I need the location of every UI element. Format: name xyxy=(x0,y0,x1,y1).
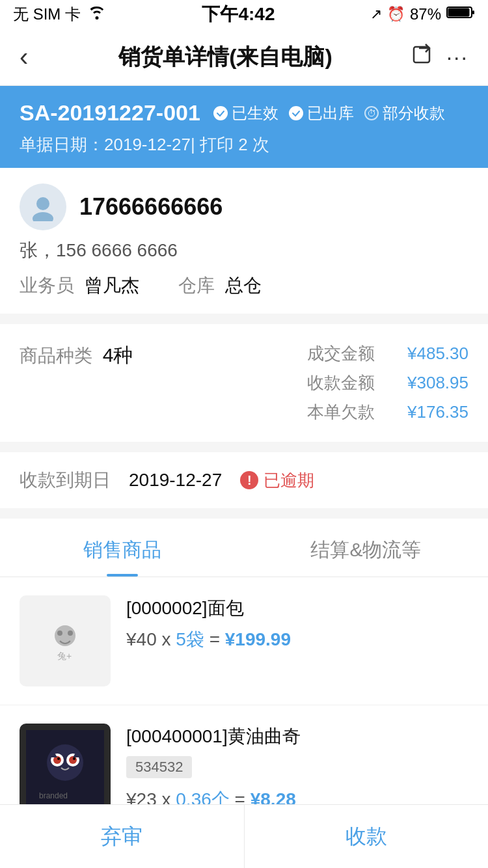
svg-rect-1 xyxy=(448,8,469,17)
customer-meta: 业务员 曾凡杰 仓库 总仓 xyxy=(20,273,468,298)
status-right: ↗ ⏰ 87% xyxy=(370,5,475,23)
battery-icon xyxy=(446,5,475,23)
svg-point-5 xyxy=(36,197,49,210)
svg-point-8 xyxy=(57,631,62,636)
sales-meta: 业务员 曾凡杰 xyxy=(20,273,139,298)
product-price-1: ¥40 x 5袋 = ¥199.99 xyxy=(126,627,468,652)
products-section: 兔+ [0000002]面包 ¥40 x 5袋 = ¥199.99 xyxy=(0,577,488,834)
svg-rect-3 xyxy=(414,47,429,62)
product-thumbnail-1: 兔+ xyxy=(20,595,111,686)
wifi-icon xyxy=(87,5,107,23)
tabs-section: 销售商品 结算&物流等 xyxy=(0,519,488,577)
nav-bar: ‹ 销货单详情(来自电脑) ··· xyxy=(0,29,488,86)
alarm-icon: ⏰ xyxy=(387,6,405,23)
product-item: 兔+ [0000002]面包 ¥40 x 5袋 = ¥199.99 xyxy=(0,577,488,705)
svg-point-17 xyxy=(57,757,60,760)
stats-right: 成交金额 ¥485.30 收款金额 ¥308.95 本单欠款 ¥176.35 xyxy=(307,342,468,424)
tab-sales-products[interactable]: 销售商品 xyxy=(0,519,244,576)
order-id-row: SA-20191227-001 已生效 已出库 ⏱ 部分收款 xyxy=(20,100,468,126)
status-badge-1: 已生效 xyxy=(213,103,278,124)
nav-actions: ··· xyxy=(410,43,468,72)
back-button[interactable]: ‹ xyxy=(20,42,41,72)
product-name-2: [000400001]黄油曲奇 xyxy=(126,724,468,749)
clock-icon: ⏱ xyxy=(364,106,379,120)
status-time: 下午4:42 xyxy=(202,2,275,27)
stats-left: 商品种类 4种 xyxy=(20,342,133,369)
product-sku-2: 534532 xyxy=(126,756,192,778)
product-info-2: [000400001]黄油曲奇 534532 ¥23 x 0.36个 = ¥8.… xyxy=(126,724,468,812)
due-section: 收款到期日 2019-12-27 ! 已逾期 xyxy=(0,452,488,508)
page-title: 销货单详情(来自电脑) xyxy=(41,42,409,72)
collect-payment-button[interactable]: 收款 xyxy=(245,805,489,868)
svg-point-6 xyxy=(33,212,53,221)
more-button[interactable]: ··· xyxy=(446,44,468,70)
warehouse-meta: 仓库 总仓 xyxy=(178,273,262,298)
status-left: 无 SIM 卡 xyxy=(13,4,107,25)
svg-text:兔+: 兔+ xyxy=(57,651,72,661)
svg-point-9 xyxy=(68,631,73,636)
product-name-1: [0000002]面包 xyxy=(126,595,468,621)
carrier-text: 无 SIM 卡 xyxy=(13,4,81,25)
product-info-1: [0000002]面包 ¥40 x 5袋 = ¥199.99 xyxy=(126,595,468,652)
avatar xyxy=(20,183,66,230)
receipt-amount-row: 收款金额 ¥308.95 xyxy=(307,372,468,394)
cancel-audit-button[interactable]: 弃审 xyxy=(0,805,245,868)
tab-settlement[interactable]: 结算&物流等 xyxy=(244,519,488,576)
overdue-icon: ! xyxy=(240,471,258,489)
order-id: SA-20191227-001 xyxy=(20,100,200,126)
status-bar: 无 SIM 卡 下午4:42 ↗ ⏰ 87% xyxy=(0,0,488,29)
bottom-bar: 弃审 收款 xyxy=(0,804,488,868)
svg-point-18 xyxy=(73,757,75,760)
share-button[interactable] xyxy=(410,43,433,72)
svg-text:branded: branded xyxy=(39,791,68,800)
check-icon-2 xyxy=(289,106,303,120)
status-badges: 已生效 已出库 ⏱ 部分收款 xyxy=(213,103,445,124)
location-icon: ↗ xyxy=(370,6,382,23)
check-icon-1 xyxy=(213,106,228,120)
customer-contact: 张，156 6666 6666 xyxy=(20,238,468,263)
deal-amount-row: 成交金额 ¥485.30 xyxy=(307,342,468,365)
svg-rect-2 xyxy=(472,10,474,14)
status-badge-2: 已出库 xyxy=(289,103,354,124)
customer-row: 17666666666 xyxy=(20,183,468,230)
customer-name: 17666666666 xyxy=(79,193,223,221)
stats-section: 商品种类 4种 成交金额 ¥485.30 收款金额 ¥308.95 本单欠款 ¥… xyxy=(0,324,488,442)
order-header: SA-20191227-001 已生效 已出库 ⏱ 部分收款 单据日期：2019… xyxy=(0,86,488,168)
debt-amount-row: 本单欠款 ¥176.35 xyxy=(307,401,468,424)
overdue-badge: ! 已逾期 xyxy=(240,469,314,492)
product-thumbnail-2: branded xyxy=(20,724,111,815)
status-badge-3: ⏱ 部分收款 xyxy=(364,103,445,124)
customer-section: 17666666666 张，156 6666 6666 业务员 曾凡杰 仓库 总… xyxy=(0,168,488,314)
battery-text: 87% xyxy=(410,5,441,23)
order-date-row: 单据日期：2019-12-27| 打印 2 次 xyxy=(20,133,468,156)
